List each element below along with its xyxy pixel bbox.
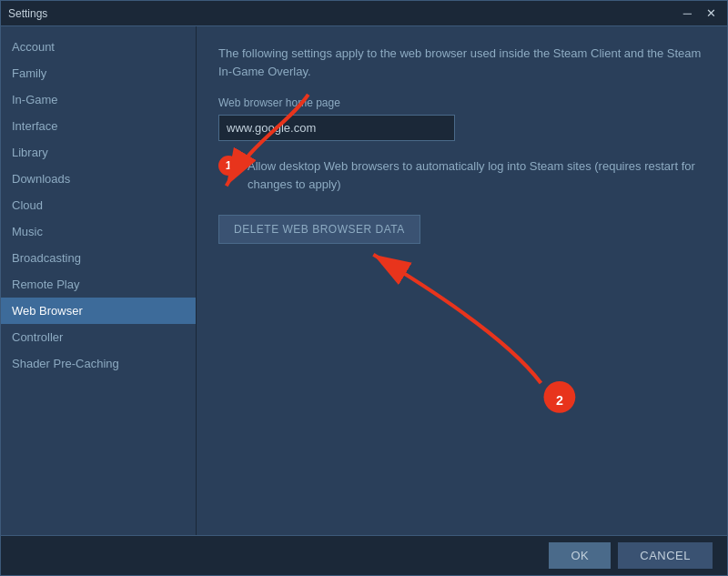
sidebar-item-controller[interactable]: Controller xyxy=(1,324,196,350)
close-button[interactable]: ✕ xyxy=(703,6,720,20)
auto-login-row: 1 Allow desktop Web browsers to automati… xyxy=(218,156,705,193)
footer: OK CANCEL xyxy=(1,535,727,575)
minimize-button[interactable]: ─ xyxy=(680,6,695,20)
home-page-label: Web browser home page xyxy=(218,96,705,109)
sidebar-item-remote-play[interactable]: Remote Play xyxy=(1,271,196,298)
svg-text:2: 2 xyxy=(556,393,563,408)
sidebar-item-shader-pre-caching[interactable]: Shader Pre-Caching xyxy=(1,350,196,377)
sidebar-item-music[interactable]: Music xyxy=(1,218,196,245)
cancel-button[interactable]: CANCEL xyxy=(618,542,713,569)
ok-button[interactable]: OK xyxy=(549,542,611,569)
sidebar-item-downloads[interactable]: Downloads xyxy=(1,166,196,192)
auto-login-text: Allow desktop Web browsers to automatica… xyxy=(248,156,705,193)
settings-window: Settings ─ ✕ Account Family In-Game Inte… xyxy=(0,0,728,576)
sidebar-item-web-browser[interactable]: Web Browser xyxy=(1,298,196,324)
delete-web-browser-data-button[interactable]: DELETE WEB BROWSER DATA xyxy=(218,215,420,244)
titlebar-controls: ─ ✕ xyxy=(680,6,720,20)
badge-1: 1 xyxy=(218,156,238,176)
sidebar-item-broadcasting[interactable]: Broadcasting xyxy=(1,245,196,271)
window-title: Settings xyxy=(8,7,47,20)
sidebar-item-cloud[interactable]: Cloud xyxy=(1,192,196,218)
sidebar-item-ingame[interactable]: In-Game xyxy=(1,86,196,113)
home-page-input[interactable] xyxy=(218,115,455,141)
sidebar-item-family[interactable]: Family xyxy=(1,60,196,86)
svg-point-2 xyxy=(544,381,576,413)
description-text: The following settings apply to the web … xyxy=(218,45,705,80)
main-panel: The following settings apply to the web … xyxy=(197,26,727,535)
window-content: Account Family In-Game Interface Library… xyxy=(1,26,727,535)
titlebar: Settings ─ ✕ xyxy=(1,1,727,26)
sidebar-item-interface[interactable]: Interface xyxy=(1,113,196,139)
sidebar: Account Family In-Game Interface Library… xyxy=(1,26,197,535)
sidebar-item-account[interactable]: Account xyxy=(1,34,196,60)
sidebar-item-library[interactable]: Library xyxy=(1,139,196,166)
